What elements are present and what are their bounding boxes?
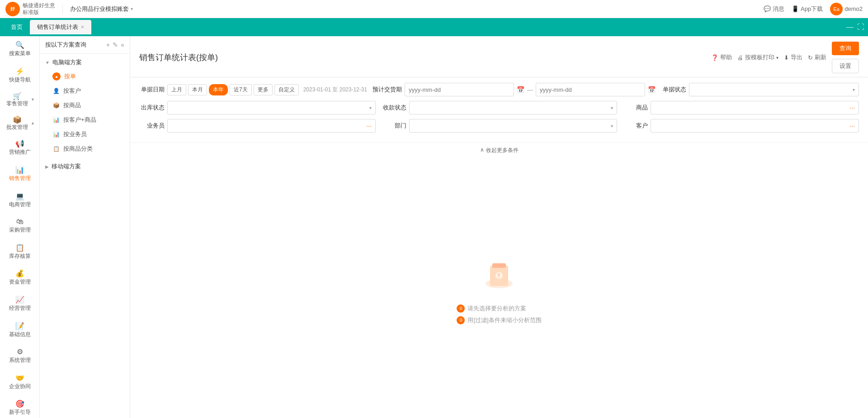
add-scheme-icon[interactable]: + (106, 41, 110, 48)
topbar-left: 好 畅捷通好生意 标准版 办公用品行业模拟账套 ▾ (5, 2, 133, 16)
ship-arrow: ▾ (369, 105, 372, 110)
scheme-item-by-category[interactable]: 📋 按商品分类 (40, 142, 130, 156)
product-more-icon[interactable]: ··· (849, 104, 855, 111)
sidebar-retail-label: 零售管理 (6, 100, 28, 108)
payment-status-group: 收款状态 ▾ (381, 101, 618, 114)
customer-label: 客户 (623, 122, 648, 130)
sidebar-inventory-label: 库存核算 (9, 253, 31, 260)
sidebar-item-sales[interactable]: 📊 销售管理 (0, 161, 39, 187)
top-section: 销售订单统计表(按单) ❓ 帮助 🖨 按模板打印 ▾ ⬇ (130, 36, 868, 158)
tab-home-label: 首页 (11, 23, 23, 31)
department-label: 部门 (381, 122, 406, 130)
date-btn-custom[interactable]: 自定义 (274, 84, 299, 95)
sidebar-item-basic[interactable]: 📝 基础信息 (0, 317, 39, 343)
user-menu[interactable]: Ea demo2 (830, 3, 863, 15)
tab-close-icon[interactable]: × (81, 24, 84, 30)
empty-state: ? ① 请先选择要分析的方案 ② 用[过滤]条件来缩小分析范围 (130, 158, 868, 418)
app-title[interactable]: 办公用品行业模拟账套 ▾ (70, 5, 133, 13)
tab-minimize-icon[interactable]: — (846, 23, 854, 31)
date-btn-more[interactable]: 更多 (254, 84, 273, 95)
salesperson-select[interactable]: ··· (167, 119, 376, 133)
tab-active[interactable]: 销售订单统计表 × (30, 20, 91, 34)
sidebar-item-system[interactable]: ⚙ 系统管理 (0, 343, 39, 369)
collapse-panel-icon[interactable]: « (121, 41, 124, 48)
settings-button[interactable]: 设置 (832, 59, 859, 73)
print-icon: 🖨 (737, 54, 743, 61)
scheme-group-mobile-arrow: ▶ (45, 164, 49, 169)
sidebar-item-finance[interactable]: 💰 资金管理 (0, 265, 39, 291)
tab-maximize-icon[interactable]: ⛶ (857, 23, 864, 31)
tab-active-label: 销售订单统计表 (37, 23, 78, 31)
message-btn[interactable]: 💬 消息 (764, 5, 784, 13)
left-panel-header: 按以下方案查询 + ✎ « (40, 36, 130, 54)
sidebar-item-purchase[interactable]: 🛍 采购管理 (0, 213, 39, 239)
status-select-arrow: ▾ (853, 87, 855, 92)
wholesale-icon: 📦 (13, 115, 22, 124)
scheme-icon-by-customer: 👤 (52, 87, 60, 95)
scheme-item-by-order[interactable]: ● 按单 (40, 69, 130, 84)
purchase-icon: 🛍 (16, 218, 24, 226)
help-label: 帮助 (720, 53, 732, 62)
edit-scheme-icon[interactable]: ✎ (113, 41, 118, 48)
scheme-icon-by-salesperson: 📊 (52, 131, 60, 138)
empty-illustration: ? (476, 252, 522, 297)
ship-status-select[interactable]: ▾ (167, 101, 376, 114)
expected-date-label: 预计交货期 (373, 86, 402, 94)
app-download-btn[interactable]: 📱 App下载 (792, 5, 823, 13)
sidebar-item-cooperation[interactable]: 🤝 企业协同 (0, 369, 39, 395)
sidebar-item-newbie[interactable]: 🎯 新手引导 (0, 395, 39, 418)
sidebar-item-wholesale[interactable]: 📦 批发管理 ▲ (0, 112, 39, 135)
topbar-right: 💬 消息 📱 App下载 Ea demo2 (764, 3, 863, 15)
print-arrow: ▾ (776, 55, 778, 60)
collapse-row[interactable]: ∧ 收起更多条件 (130, 142, 868, 158)
date-btn-group: 上月 本月 本年 近7天 更多 自定义 (167, 84, 299, 95)
scheme-group-pc-title[interactable]: ▼ 电脑端方案 (40, 56, 130, 69)
date-btn-thisyear[interactable]: 本年 (209, 84, 228, 95)
department-select[interactable]: ▾ (409, 119, 618, 133)
expected-date-end[interactable] (536, 83, 645, 96)
sidebar-item-operation[interactable]: 📈 经营管理 (0, 291, 39, 317)
print-btn[interactable]: 🖨 按模板打印 ▾ (737, 53, 778, 62)
scheme-icon-by-category: 📋 (52, 145, 60, 152)
sidebar-item-search[interactable]: 🔍 搜索菜单 (0, 36, 39, 62)
payment-select[interactable]: ▾ (409, 101, 618, 114)
scheme-item-by-salesperson[interactable]: 📊 按业务员 (40, 127, 130, 142)
scheme-item-by-customer-product[interactable]: 📊 按客户+商品 (40, 113, 130, 127)
sidebar-ecommerce-label: 电商管理 (9, 201, 31, 209)
app-title-arrow: ▾ (131, 6, 133, 11)
export-btn[interactable]: ⬇ 导出 (784, 53, 802, 62)
sidebar-item-marketing[interactable]: 📢 营销推广 (0, 135, 39, 161)
main-layout: 🔍 搜索菜单 ⚡ 快捷导航 🛒 零售管理 ▼ 📦 批发管理 ▲ 📢 营销推广 (0, 36, 868, 418)
sidebar-item-inventory[interactable]: 📋 库存核算 (0, 239, 39, 265)
refresh-btn[interactable]: ↻ 刷新 (808, 53, 826, 62)
query-button[interactable]: 查询 (832, 42, 859, 55)
scheme-item-by-customer[interactable]: 👤 按客户 (40, 84, 130, 98)
sidebar-item-quicknav[interactable]: ⚡ 快捷导航 (0, 62, 39, 89)
left-panel-title: 按以下方案查询 (45, 41, 86, 49)
sidebar-item-ecommerce[interactable]: 💻 电商管理 (0, 187, 39, 214)
status-label: 单据状态 (661, 86, 686, 94)
salesperson-more-icon[interactable]: ··· (366, 122, 372, 129)
customer-select[interactable]: ··· (651, 119, 859, 133)
scheme-item-by-product[interactable]: 📦 按商品 (40, 98, 130, 113)
product-select[interactable]: ··· (651, 101, 859, 114)
sidebar-item-retail[interactable]: 🛒 零售管理 ▼ (0, 88, 39, 112)
user-name: demo2 (844, 5, 863, 12)
status-select[interactable]: ▾ (689, 83, 859, 96)
date-btn-thismonth[interactable]: 本月 (188, 84, 207, 95)
tab-home[interactable]: 首页 (4, 20, 30, 34)
date-btn-7days[interactable]: 近7天 (230, 84, 252, 95)
retail-icon: 🛒 (13, 92, 22, 100)
date-btn-lastmonth[interactable]: 上月 (167, 84, 186, 95)
sidebar: 🔍 搜索菜单 ⚡ 快捷导航 🛒 零售管理 ▼ 📦 批发管理 ▲ 📢 营销推广 (0, 36, 40, 418)
empty-hint-2: ② 用[过滤]条件来缩小分析范围 (457, 316, 541, 324)
page-header-actions: ❓ 帮助 🖨 按模板打印 ▾ ⬇ 导出 ↻ (711, 42, 859, 73)
collapse-label: 收起更多条件 (486, 147, 519, 154)
empty-text: ① 请先选择要分析的方案 ② 用[过滤]条件来缩小分析范围 (457, 304, 541, 324)
expected-date-start[interactable] (405, 83, 514, 96)
customer-more-icon[interactable]: ··· (849, 122, 855, 129)
collapse-arrow: ∧ (480, 147, 484, 154)
scheme-group-mobile-title[interactable]: ▶ 移动端方案 (40, 160, 130, 173)
help-btn[interactable]: ❓ 帮助 (711, 53, 732, 62)
wholesale-arrow: ▲ (31, 121, 35, 125)
